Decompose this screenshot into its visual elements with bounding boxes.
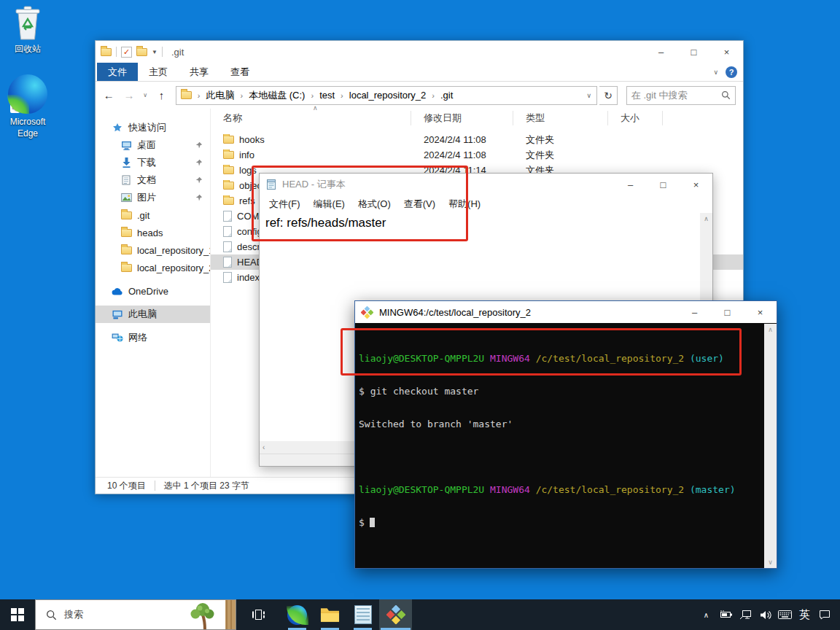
- scroll-up-icon[interactable]: ∧: [768, 326, 773, 333]
- hidden-icons-chevron-icon[interactable]: ∧: [696, 599, 716, 630]
- recycle-bin-shortcut[interactable]: 回收站: [4, 4, 51, 55]
- breadcrumb-local-disk-c[interactable]: 本地磁盘 (C:): [249, 89, 305, 102]
- notepad-icon: [354, 605, 372, 624]
- sidebar-item-this-pc[interactable]: 此电脑: [96, 306, 210, 323]
- scroll-up-icon[interactable]: ∧: [704, 215, 709, 222]
- maximize-button[interactable]: □: [647, 174, 680, 195]
- expand-ribbon-chevron-icon[interactable]: ∨: [713, 69, 718, 76]
- window-controls: – □ ×: [614, 174, 712, 195]
- action-center-icon[interactable]: [814, 599, 834, 630]
- sidebar-item-pictures[interactable]: 图片: [96, 189, 210, 206]
- folder-icon: [223, 136, 234, 144]
- recent-locations-chevron-icon[interactable]: ∨: [140, 92, 150, 98]
- status-item-count: 10 个项目: [107, 480, 146, 492]
- menu-format[interactable]: 格式(O): [351, 198, 397, 211]
- desktop-icon: [120, 139, 132, 151]
- up-icon[interactable]: ↑: [152, 89, 171, 101]
- column-size[interactable]: 大小: [608, 111, 663, 125]
- sidebar-item-heads[interactable]: heads: [96, 224, 210, 241]
- breadcrumb-this-pc[interactable]: 此电脑: [206, 89, 235, 102]
- breadcrumb-local-repository-2[interactable]: local_repository_2: [349, 90, 427, 101]
- taskbar-git-bash-button[interactable]: [379, 599, 412, 630]
- menu-help[interactable]: 帮助(H): [442, 198, 487, 211]
- windows-logo-icon: [11, 608, 24, 621]
- help-icon[interactable]: ?: [726, 66, 737, 78]
- sidebar-item-downloads[interactable]: 下载: [96, 154, 210, 171]
- file-icon: [223, 226, 232, 237]
- sidebar-item-onedrive[interactable]: OneDrive: [96, 282, 210, 300]
- search-icon: [46, 610, 57, 621]
- column-type[interactable]: 类型: [513, 111, 608, 125]
- taskbar-search-box[interactable]: 搜索: [35, 599, 236, 630]
- vertical-scrollbar[interactable]: ∧ ∨: [764, 324, 777, 568]
- sidebar-item-network[interactable]: 网络: [96, 329, 210, 346]
- scroll-down-icon[interactable]: ∨: [768, 559, 773, 566]
- column-date-modified[interactable]: 修改日期: [411, 111, 513, 125]
- taskbar-explorer-button[interactable]: [314, 599, 346, 630]
- refresh-icon[interactable]: ↻: [599, 86, 618, 105]
- quick-access-star-icon: [112, 122, 123, 133]
- close-button[interactable]: ×: [710, 41, 743, 63]
- maximize-button[interactable]: □: [677, 41, 710, 63]
- sidebar-item-local-repository-1[interactable]: local_repository_1: [96, 241, 210, 259]
- mingw64-terminal-window: MINGW64:/c/test/local_repository_2 – □ ×…: [354, 300, 777, 569]
- address-folder-icon: [181, 91, 192, 99]
- close-button[interactable]: ×: [744, 301, 777, 323]
- sidebar-item-local-repository-2[interactable]: local_repository_2: [96, 259, 210, 276]
- minimize-button[interactable]: –: [645, 41, 677, 63]
- start-button[interactable]: [0, 599, 35, 630]
- tab-share[interactable]: 共享: [179, 63, 219, 81]
- prompt-line: liaojy@DESKTOP-QMPPL2U MINGW64 /c/test/l…: [359, 484, 764, 495]
- notepad-titlebar: HEAD - 记事本 – □ ×: [260, 174, 712, 195]
- search-input[interactable]: 在 .git 中搜索: [626, 86, 736, 105]
- tab-view[interactable]: 查看: [219, 63, 260, 81]
- address-dropdown-chevron-icon[interactable]: ∨: [582, 92, 597, 99]
- sidebar-item-git-folder[interactable]: .git: [96, 206, 210, 224]
- taskbar: 搜索: [0, 599, 840, 630]
- tab-home[interactable]: 主页: [138, 63, 179, 81]
- quick-access-properties-icon[interactable]: ✓: [121, 47, 132, 58]
- menu-file[interactable]: 文件(F): [262, 198, 307, 211]
- taskbar-notepad-button[interactable]: [346, 599, 379, 630]
- minimize-button[interactable]: –: [678, 301, 711, 323]
- address-bar[interactable]: › 此电脑 › 本地磁盘 (C:) › test › local_reposit…: [176, 86, 597, 105]
- menu-view[interactable]: 查看(V): [397, 198, 442, 211]
- taskbar-edge-button[interactable]: [281, 599, 314, 630]
- customize-toolbar-chevron-icon[interactable]: ▼: [152, 49, 158, 55]
- file-row-hooks[interactable]: hooks 2024/2/4 11:08 文件夹: [211, 132, 743, 147]
- back-icon[interactable]: ←: [100, 89, 118, 101]
- volume-icon[interactable]: [755, 599, 775, 630]
- scroll-left-icon[interactable]: ‹: [262, 443, 265, 451]
- blank-line: [359, 451, 764, 462]
- shortcut-arrow-icon: ↖: [10, 104, 20, 113]
- sidebar-item-documents[interactable]: 文档: [96, 171, 210, 189]
- minimize-button[interactable]: –: [614, 174, 647, 195]
- breadcrumb-git[interactable]: .git: [440, 90, 453, 101]
- folder-icon: [120, 209, 132, 221]
- folder-icon: [223, 182, 234, 190]
- touch-keyboard-icon[interactable]: [775, 599, 795, 630]
- file-row-info[interactable]: info 2024/2/4 11:08 文件夹: [211, 147, 743, 163]
- edge-shortcut[interactable]: ↖ Microsoft Edge: [4, 74, 51, 139]
- pictures-icon: [120, 192, 132, 203]
- window-controls: – □ ×: [678, 301, 777, 323]
- quick-access-newfolder-icon[interactable]: [136, 48, 147, 56]
- tab-file[interactable]: 文件: [97, 63, 138, 81]
- sidebar-item-quick-access[interactable]: 快速访问: [96, 119, 210, 136]
- system-tray: ∧: [696, 599, 840, 630]
- terminal-output[interactable]: liaojy@DESKTOP-QMPPL2U MINGW64 /c/test/l…: [355, 324, 764, 568]
- ime-language-indicator[interactable]: 英: [795, 599, 814, 630]
- battery-icon[interactable]: [716, 599, 736, 630]
- task-view-button[interactable]: [242, 599, 275, 630]
- breadcrumb-test[interactable]: test: [319, 90, 335, 101]
- column-name[interactable]: 名称 ∧: [211, 111, 411, 125]
- close-button[interactable]: ×: [680, 174, 712, 195]
- menu-edit[interactable]: 编辑(E): [307, 198, 351, 211]
- search-placeholder: 搜索: [64, 608, 83, 621]
- maximize-button[interactable]: □: [711, 301, 744, 323]
- network-icon[interactable]: [736, 599, 755, 630]
- sidebar-item-desktop[interactable]: 桌面: [96, 136, 210, 154]
- command-line: $ git checkout master: [359, 386, 764, 397]
- forward-icon[interactable]: →: [120, 89, 139, 101]
- text-cursor: [370, 518, 375, 527]
